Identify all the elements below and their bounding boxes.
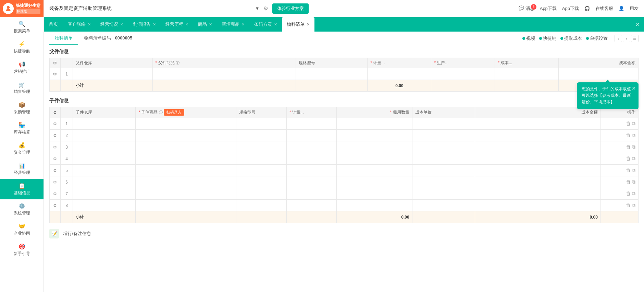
child-row5-delete-icon[interactable]: 🗑 xyxy=(626,167,631,173)
sidebar-item-guide[interactable]: 🎯 新手引导 xyxy=(0,240,44,260)
child-row4-cost-amount[interactable] xyxy=(475,153,601,165)
child-row8-spec[interactable] xyxy=(236,200,286,211)
child-row1-cost-price[interactable] xyxy=(412,118,475,130)
child-row6-delete-icon[interactable]: 🗑 xyxy=(626,179,631,185)
nav-close-all[interactable]: ✕ xyxy=(631,21,644,28)
tab-goods[interactable]: 商品 ✕ xyxy=(193,17,217,32)
parent-row1-unit[interactable] xyxy=(368,68,431,80)
child-row6-spec[interactable] xyxy=(236,176,286,188)
add-row-btn[interactable]: 📝 xyxy=(49,229,59,238)
child-row7-spec[interactable] xyxy=(236,188,286,200)
child-row2-goods[interactable] xyxy=(136,130,236,141)
try-btn[interactable]: 体验行业方案 xyxy=(272,3,309,14)
tab-history-close[interactable]: ✕ xyxy=(185,22,188,27)
child-row7-cost-amount[interactable] xyxy=(475,188,601,200)
system-dropdown[interactable]: ▼ xyxy=(255,6,259,11)
sidebar-item-marketing[interactable]: 📢 营销推广 xyxy=(0,58,44,78)
child-row5-unit[interactable] xyxy=(286,165,337,176)
child-row7-goods[interactable] xyxy=(136,188,236,200)
child-row8-goods[interactable] xyxy=(136,200,236,211)
child-row4-unit[interactable] xyxy=(286,153,337,165)
child-row4-cost-price[interactable] xyxy=(412,153,475,165)
message-badge-wrap[interactable]: 💬 6 消息 xyxy=(519,5,534,12)
tab-bom-close[interactable]: ✕ xyxy=(307,22,310,27)
child-row5-quantity[interactable] xyxy=(337,165,412,176)
child-row3-warehouse[interactable] xyxy=(73,141,136,153)
child-row5-cost-amount[interactable] xyxy=(475,165,601,176)
app-download-label[interactable]: App下载 xyxy=(562,5,579,12)
tooltip-close-btn[interactable]: ✕ xyxy=(632,84,636,92)
child-row3-quantity[interactable] xyxy=(337,141,412,153)
child-row3-cost-price[interactable] xyxy=(412,141,475,153)
child-row7-quantity[interactable] xyxy=(337,188,412,200)
child-row8-delete-icon[interactable]: 🗑 xyxy=(626,202,631,208)
sidebar-item-operations[interactable]: 📊 经营管理 xyxy=(0,159,44,179)
single-setting-btn[interactable]: 单据设置 xyxy=(586,35,608,42)
child-row6-quantity[interactable] xyxy=(337,176,412,188)
child-row8-warehouse[interactable] xyxy=(73,200,136,211)
tab-goods-close[interactable]: ✕ xyxy=(209,22,212,27)
view-video-btn[interactable]: 视频 xyxy=(522,35,535,42)
tab-operations[interactable]: 经营情况 ✕ xyxy=(96,17,128,32)
child-row7-warehouse[interactable] xyxy=(73,188,136,200)
sidebar-item-search[interactable]: 🔍 搜索菜单 xyxy=(0,17,44,37)
child-row6-unit[interactable] xyxy=(286,176,337,188)
sidebar-item-finance[interactable]: 💰 资金管理 xyxy=(0,139,44,159)
pager-prev[interactable]: ‹ xyxy=(615,35,622,42)
child-row8-quantity[interactable] xyxy=(337,200,412,211)
child-row3-delete-icon[interactable]: 🗑 xyxy=(626,144,631,150)
online-service-label[interactable]: 在线客服 xyxy=(595,5,613,12)
child-row1-warehouse[interactable] xyxy=(73,118,136,130)
child-row2-cost-amount[interactable] xyxy=(475,130,601,141)
child-row2-unit[interactable] xyxy=(286,130,337,141)
child-row4-quantity[interactable] xyxy=(337,153,412,165)
child-row4-warehouse[interactable] xyxy=(73,153,136,165)
parent-row1-produce[interactable] xyxy=(431,68,495,80)
tab-bom[interactable]: 物料清单 ✕ xyxy=(282,17,314,32)
shortcut-btn[interactable]: 快捷键 xyxy=(539,35,556,42)
tab-home[interactable]: 首页 xyxy=(44,17,63,32)
child-row1-copy-icon[interactable]: ⧉ xyxy=(632,121,635,127)
sidebar-item-sales[interactable]: 🛒 销售管理 xyxy=(0,78,44,98)
child-row8-cost-amount[interactable] xyxy=(475,200,601,211)
sidebar-item-quick-nav[interactable]: ⚡ 快捷导航 xyxy=(0,37,44,58)
child-row8-copy-icon[interactable]: ⧉ xyxy=(632,202,635,208)
child-row6-cost-price[interactable] xyxy=(412,176,475,188)
child-row2-quantity[interactable] xyxy=(337,130,412,141)
child-row2-delete-icon[interactable]: 🗑 xyxy=(626,132,631,138)
tab-history[interactable]: 经营历程 ✕ xyxy=(161,17,193,32)
child-row7-copy-icon[interactable]: ⧉ xyxy=(632,191,635,197)
child-row4-spec[interactable] xyxy=(236,153,286,165)
parent-row1-warehouse[interactable] xyxy=(73,68,153,80)
tab-customer-close[interactable]: ✕ xyxy=(88,22,91,27)
child-row7-delete-icon[interactable]: 🗑 xyxy=(626,191,631,197)
child-row4-delete-icon[interactable]: 🗑 xyxy=(626,156,631,162)
sidebar-item-enterprise[interactable]: 🤝 企业协同 xyxy=(0,220,44,240)
child-row3-copy-icon[interactable]: ⧉ xyxy=(632,144,635,150)
tab-profit-close[interactable]: ✕ xyxy=(153,22,156,27)
child-row2-warehouse[interactable] xyxy=(73,130,136,141)
child-row3-spec[interactable] xyxy=(236,141,286,153)
pager-next[interactable]: › xyxy=(623,35,630,42)
child-row5-spec[interactable] xyxy=(236,165,286,176)
settings-icon[interactable]: ⚙ xyxy=(263,5,268,12)
parent-row1-spec[interactable] xyxy=(296,68,368,80)
tab-new-goods[interactable]: 新增商品 ✕ xyxy=(217,17,249,32)
child-row6-warehouse[interactable] xyxy=(73,176,136,188)
child-row7-cost-price[interactable] xyxy=(412,188,475,200)
child-row4-goods[interactable] xyxy=(136,153,236,165)
child-row3-cost-amount[interactable] xyxy=(475,141,601,153)
child-row2-copy-icon[interactable]: ⧉ xyxy=(632,132,635,138)
sidebar-item-system[interactable]: ⚙️ 系统管理 xyxy=(0,199,44,220)
child-row5-goods[interactable] xyxy=(136,165,236,176)
app-download-link[interactable]: App下载 xyxy=(540,5,557,12)
scan-input-btn[interactable]: 扫码录入 xyxy=(164,109,184,116)
tab-customer[interactable]: 客户联络 ✕ xyxy=(63,17,96,32)
parent-row1-cost[interactable] xyxy=(495,68,559,80)
tab-new-goods-close[interactable]: ✕ xyxy=(242,22,245,27)
child-row6-cost-amount[interactable] xyxy=(475,176,601,188)
child-row1-cost-amount[interactable] xyxy=(475,118,601,130)
child-row6-goods[interactable] xyxy=(136,176,236,188)
child-row4-copy-icon[interactable]: ⧉ xyxy=(632,156,635,162)
tab-profit[interactable]: 利润报告 ✕ xyxy=(128,17,161,32)
